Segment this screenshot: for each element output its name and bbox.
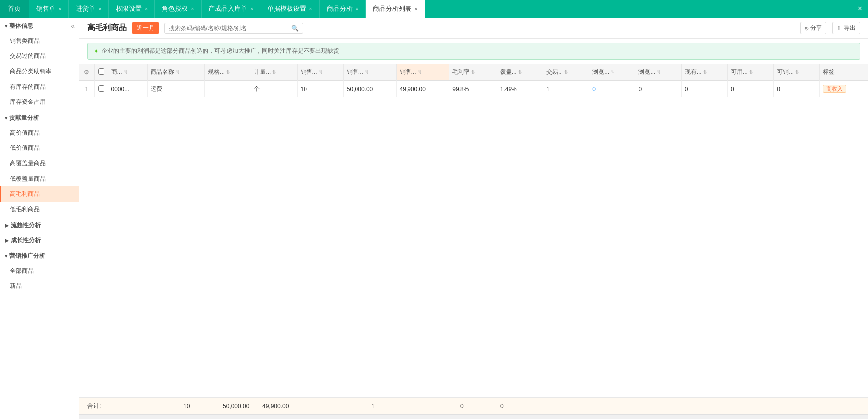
- settings-icon[interactable]: ⚙: [84, 69, 89, 76]
- filter-recent-month-button[interactable]: 近一月: [132, 22, 159, 34]
- horizontal-scrollbar[interactable]: [79, 414, 868, 419]
- close-icon[interactable]: ×: [356, 6, 358, 12]
- sidebar-item-low-coverage[interactable]: 低覆盖量商品: [0, 171, 79, 186]
- col-header-coverage[interactable]: 覆盖... ⇅: [497, 64, 543, 81]
- close-icon[interactable]: ×: [191, 6, 194, 12]
- sidebar-item-high-coverage[interactable]: 高覆盖量商品: [0, 156, 79, 171]
- sort-icon: ⇅: [418, 70, 422, 75]
- share-label: 分享: [810, 24, 822, 32]
- info-text: 企业的主要的利润都是这部分商品创造的，可考虑加大推广，同时关注库存是不要出现缺货: [102, 47, 339, 55]
- share-button[interactable]: ⎋ 分享: [800, 22, 826, 34]
- nav-home[interactable]: 首页: [0, 0, 29, 18]
- nav-item-sales[interactable]: 销售单 ×: [29, 0, 69, 18]
- close-icon[interactable]: ×: [98, 6, 101, 12]
- sidebar-item-sales-goods[interactable]: 销售类商品: [0, 33, 79, 48]
- nav-item-roles[interactable]: 角色授权 ×: [155, 0, 201, 18]
- sort-icon: ⇅: [795, 70, 799, 75]
- col-header-browse1[interactable]: 浏览... ⇅: [589, 64, 635, 81]
- info-banner: ✦ 企业的主要的利润都是这部分商品创造的，可考虑加大推广，同时关注库存是不要出现…: [87, 43, 860, 60]
- nav-item-purchase[interactable]: 进货单 ×: [69, 0, 108, 18]
- cell-sales-amount: 50,000.00: [343, 81, 396, 97]
- sidebar-item-in-stock[interactable]: 有库存的商品: [0, 79, 79, 94]
- tag-badge: 高收入: [823, 85, 846, 93]
- search-icon[interactable]: 🔍: [291, 25, 299, 32]
- sidebar-item-stock-capital[interactable]: 库存资金占用: [0, 94, 79, 110]
- sidebar-group-flow[interactable]: ▶ 流趋性分析: [0, 217, 79, 233]
- nav-item-analysis[interactable]: 商品分析 ×: [320, 0, 366, 18]
- main-layout: « ▾ 整体信息 销售类商品 交易过的商品 商品分类助销率 有库存的商品 库存资…: [0, 18, 868, 419]
- cell-saleable: 0: [774, 81, 820, 97]
- col-header-tag[interactable]: 标签: [820, 64, 868, 81]
- sidebar-group-contribution[interactable]: ▾ 贡献量分析: [0, 110, 79, 125]
- group-label: 流趋性分析: [11, 221, 41, 230]
- cell-sales-qty: 10: [297, 81, 343, 97]
- col-label-text: 可用...: [731, 68, 748, 76]
- col-header-sales-cost[interactable]: 销售... ⇅: [396, 64, 449, 81]
- sidebar-item-new-goods[interactable]: 新品: [0, 279, 79, 294]
- col-label-text: 标签: [823, 68, 835, 76]
- sidebar-item-low-value[interactable]: 低价值商品: [0, 140, 79, 156]
- sidebar-item-high-value[interactable]: 高价值商品: [0, 125, 79, 140]
- nav-item-template[interactable]: 单据模板设置 ×: [260, 0, 319, 18]
- sidebar-item-all-goods[interactable]: 全部商品: [0, 263, 79, 279]
- col-header-code[interactable]: 商... ⇅: [108, 64, 148, 81]
- sidebar-item-high-margin[interactable]: 高毛利商品: [0, 186, 79, 202]
- close-icon[interactable]: ×: [145, 6, 148, 12]
- cell-checkbox[interactable]: [94, 81, 108, 97]
- close-icon[interactable]: ×: [250, 6, 253, 12]
- col-header-available1[interactable]: 现有... ⇅: [681, 64, 727, 81]
- cell-available2: 0: [727, 81, 773, 97]
- nav-item-permissions[interactable]: 权限设置 ×: [109, 0, 155, 18]
- col-header-sales-amount[interactable]: 销售... ⇅: [343, 64, 396, 81]
- footer-label-text: 合计:: [87, 402, 101, 409]
- col-header-spec[interactable]: 规格... ⇅: [205, 64, 251, 81]
- page-title: 高毛利商品: [87, 23, 127, 33]
- col-header-unit[interactable]: 计量... ⇅: [251, 64, 297, 81]
- col-label-text: 可销...: [777, 68, 794, 76]
- cell-transaction: 1: [543, 81, 589, 97]
- expand-arrow-icon: ▾: [5, 115, 7, 121]
- sort-icon: ⇅: [518, 70, 522, 75]
- expand-arrow-icon: ▾: [5, 23, 7, 29]
- row-checkbox[interactable]: [98, 85, 104, 92]
- export-button[interactable]: ⇧ 导出: [832, 22, 860, 34]
- search-input[interactable]: [169, 25, 291, 32]
- col-header-transaction[interactable]: 交易... ⇅: [543, 64, 589, 81]
- col-header-name[interactable]: 商品名称 ⇅: [148, 64, 205, 81]
- sidebar-item-low-margin[interactable]: 低毛利商品: [0, 202, 79, 217]
- col-header-sales-qty[interactable]: 销售... ⇅: [297, 64, 343, 81]
- sort-icon: ⇅: [471, 70, 475, 75]
- sort-icon: ⇅: [365, 70, 369, 75]
- sidebar-item-traded-goods[interactable]: 交易过的商品: [0, 48, 79, 64]
- nav-item-products[interactable]: 产成品入库单 ×: [202, 0, 260, 18]
- col-header-saleable[interactable]: 可销... ⇅: [774, 64, 820, 81]
- sidebar-group-growth[interactable]: ▶ 成长性分析: [0, 233, 79, 248]
- sidebar-collapse-button[interactable]: «: [71, 22, 75, 30]
- col-label-text: 销售...: [301, 68, 317, 76]
- nav-item-analysis-list[interactable]: 商品分析列表 ×: [366, 0, 425, 18]
- cell-unit: 个: [251, 81, 297, 97]
- col-header-available2[interactable]: 可用... ⇅: [727, 64, 773, 81]
- col-header-browse2[interactable]: 浏览... ⇅: [635, 64, 681, 81]
- export-label: 导出: [844, 24, 856, 32]
- sidebar-item-category-rate[interactable]: 商品分类助销率: [0, 64, 79, 79]
- group-label: 成长性分析: [11, 236, 41, 245]
- header-actions: ⎋ 分享 ⇧ 导出: [800, 22, 860, 34]
- nav-label: 进货单: [76, 4, 95, 13]
- group-label: 整体信息: [9, 22, 33, 30]
- select-all-checkbox[interactable]: [98, 68, 104, 75]
- cell-rownum: 1: [79, 81, 94, 97]
- footer-val-sales-qty: 10: [178, 403, 218, 410]
- col-label-text: 交易...: [546, 68, 563, 76]
- close-icon[interactable]: ×: [414, 6, 417, 12]
- info-icon: ✦: [94, 48, 99, 55]
- search-box: 🔍: [164, 23, 303, 34]
- close-icon[interactable]: ×: [58, 6, 61, 12]
- sidebar-group-overall[interactable]: ▾ 整体信息: [0, 18, 79, 33]
- col-header-gross-margin[interactable]: 毛利率 ⇅: [449, 64, 497, 81]
- cell-browse1[interactable]: 0: [589, 81, 635, 97]
- sidebar-group-marketing[interactable]: ▾ 营销推广分析: [0, 248, 79, 263]
- close-icon[interactable]: ×: [309, 6, 312, 12]
- col-label-text: 销售...: [347, 68, 363, 76]
- window-close-button[interactable]: ×: [852, 4, 868, 13]
